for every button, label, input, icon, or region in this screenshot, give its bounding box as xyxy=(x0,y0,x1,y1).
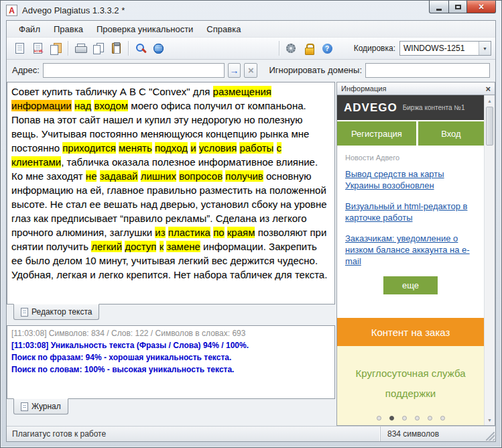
help-button[interactable] xyxy=(318,40,336,57)
advego-tagline: Биржа контента №1 xyxy=(403,104,465,111)
toolbar: Кодировка: WINDOWS-1251 xyxy=(7,38,495,60)
tab-journal-label: Журнал xyxy=(32,402,61,411)
content-order-banner[interactable]: Контент на заказ xyxy=(337,318,484,346)
editor-column: Совет купить табличку А В С "Convex" для… xyxy=(7,80,335,426)
carousel-dot[interactable] xyxy=(415,416,420,421)
resize-grip[interactable] xyxy=(486,432,495,441)
news-link[interactable]: Вывод средств на карты Украины возобновл… xyxy=(345,168,476,191)
support-banner[interactable]: Круглосуточная служба поддержки xyxy=(337,346,484,425)
document-icon xyxy=(21,308,28,317)
copy-button[interactable] xyxy=(89,40,107,57)
close-icon xyxy=(479,1,484,13)
new-document-icon xyxy=(15,43,24,54)
close-window-button[interactable] xyxy=(466,1,496,13)
info-panel-body: ADVEGO Биржа контента №1 Регистрация Вхо… xyxy=(336,95,495,426)
app-window: A Advego Plagiatus 1.3.3.2 * Файл Правка… xyxy=(0,0,502,448)
print-button[interactable] xyxy=(71,40,89,57)
scrollbar-thumb[interactable] xyxy=(486,107,493,146)
info-panel: Информация ADVEGO Биржа контента №1 Реги… xyxy=(336,80,495,426)
titlebar[interactable]: A Advego Plagiatus 1.3.3.2 * xyxy=(1,1,501,20)
carousel-dot[interactable] xyxy=(402,416,407,421)
web-check-button[interactable] xyxy=(149,40,168,57)
panel-nav: Регистрация Вход xyxy=(337,121,484,146)
paste-button[interactable] xyxy=(107,40,125,57)
address-label: Адрес: xyxy=(12,65,40,75)
advego-banner[interactable]: ADVEGO Биржа контента №1 xyxy=(337,95,484,120)
scroll-up-icon[interactable] xyxy=(485,95,495,106)
tab-text-editor-label: Редактор текста xyxy=(32,307,92,317)
journal-icon xyxy=(21,402,28,411)
status-message: Плагиатус готов к работе xyxy=(7,429,380,439)
open-html-button[interactable] xyxy=(29,40,47,57)
window-title: Advego Plagiatus 1.3.3.2 * xyxy=(22,5,125,15)
advego-logo: ADVEGO xyxy=(344,101,397,115)
chevron-down-icon[interactable] xyxy=(479,42,491,55)
carousel-dot[interactable] xyxy=(428,416,432,421)
paste-as-document-icon xyxy=(50,43,62,54)
news-link[interactable]: Заказчикам: уведомление о низком балансе… xyxy=(345,233,476,267)
info-panel-scrollbar[interactable] xyxy=(484,95,495,425)
minimize-button[interactable] xyxy=(429,1,449,13)
statusbar: Плагиатус готов к работе 834 символов xyxy=(7,426,495,441)
help-icon xyxy=(322,44,332,54)
lock-icon xyxy=(304,44,314,54)
clear-button[interactable] xyxy=(244,63,257,78)
ignore-domains-label: Игнорировать домены: xyxy=(269,65,362,75)
client-area: Файл Правка Проверка уникальности Справк… xyxy=(6,20,496,442)
login-button[interactable]: Вход xyxy=(418,121,484,146)
menu-check-uniqueness[interactable]: Проверка уникальности xyxy=(90,22,200,36)
news-section: Новости Адвего Вывод средств на карты Ук… xyxy=(337,146,484,318)
toolbar-separator xyxy=(68,41,68,56)
register-button[interactable]: Регистрация xyxy=(337,121,416,146)
ignore-domains-input[interactable] xyxy=(365,63,490,78)
editor-text[interactable]: Совет купить табличку А В С "Convex" для… xyxy=(7,82,335,304)
html-document-icon xyxy=(34,43,42,54)
settings-button[interactable] xyxy=(282,40,300,57)
support-line: поддержки xyxy=(337,384,484,404)
gear-icon xyxy=(286,44,296,53)
new-document-button[interactable] xyxy=(11,40,29,57)
paste-as-document-button[interactable] xyxy=(47,40,65,57)
editor-tab-row: Редактор текста xyxy=(7,304,335,321)
close-panel-icon[interactable] xyxy=(485,84,491,94)
menu-file[interactable]: Файл xyxy=(12,22,47,36)
paste-icon xyxy=(112,43,121,54)
info-panel-header: Информация xyxy=(336,82,495,95)
print-icon xyxy=(75,44,86,54)
toolbar-separator xyxy=(279,41,279,56)
carousel-dot[interactable] xyxy=(377,416,381,421)
toolbar-right-cluster: Кодировка: WINDOWS-1251 xyxy=(276,40,491,57)
char-count: 834 символов xyxy=(380,427,495,441)
log-line: Поиск по фразам: 94% - хорошая уникально… xyxy=(11,351,330,363)
tab-text-editor[interactable]: Редактор текста xyxy=(13,304,99,320)
scroll-down-icon[interactable] xyxy=(485,414,495,425)
maximize-button[interactable] xyxy=(448,1,467,13)
minimize-icon xyxy=(436,9,442,11)
maximize-icon xyxy=(455,5,461,9)
tab-journal[interactable]: Журнал xyxy=(13,398,68,414)
captcha-button[interactable] xyxy=(300,40,318,57)
news-link[interactable]: Визуальный и html-редактор в карточке ра… xyxy=(345,201,476,223)
menu-help[interactable]: Справка xyxy=(200,22,247,36)
toolbar-separator xyxy=(128,41,129,56)
encoding-label: Кодировка: xyxy=(354,44,395,53)
window-controls xyxy=(429,1,496,13)
log-line: [11:03:08] Уникальность текста (Фразы / … xyxy=(11,339,330,351)
info-panel-content: ADVEGO Биржа контента №1 Регистрация Вхо… xyxy=(337,95,484,425)
support-line: Круглосуточная служба xyxy=(337,363,484,384)
news-section-title: Новости Адвего xyxy=(345,154,476,162)
menubar: Файл Правка Проверка уникальности Справк… xyxy=(7,21,495,38)
menu-edit[interactable]: Правка xyxy=(47,22,90,36)
carousel-dot[interactable] xyxy=(389,416,394,421)
encoding-value: WINDOWS-1251 xyxy=(403,44,464,53)
copy-icon xyxy=(93,43,104,54)
check-uniqueness-button[interactable] xyxy=(131,40,149,57)
app-icon: A xyxy=(6,5,17,16)
log-line: Поиск по словам: 100% - высокая уникальн… xyxy=(11,363,330,376)
more-news-button[interactable]: еще xyxy=(383,276,438,294)
go-button[interactable] xyxy=(228,63,241,78)
info-panel-title: Информация xyxy=(341,85,386,93)
carousel-dot[interactable] xyxy=(440,416,445,421)
encoding-select[interactable]: WINDOWS-1251 xyxy=(399,41,491,56)
address-input[interactable] xyxy=(43,63,225,78)
